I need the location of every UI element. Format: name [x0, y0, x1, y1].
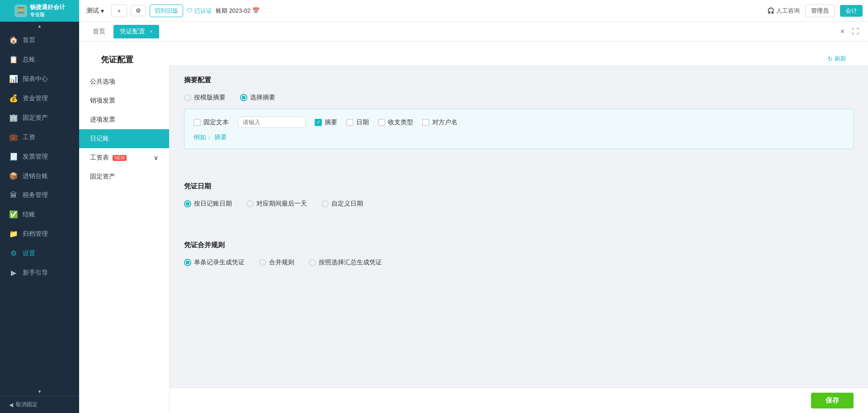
right-panel: 摘要配置 按模版摘要 选择摘要	[170, 65, 868, 388]
sidebar-item-settings[interactable]: ⚙ 设置	[0, 244, 79, 263]
settings-icon-btn[interactable]: ⚙	[131, 5, 146, 16]
period-value: 2023-02	[229, 7, 251, 14]
calendar-icon[interactable]: 📅	[252, 7, 259, 14]
home-icon: 🏠	[9, 36, 18, 44]
section-title-merge: 凭证合并规则	[184, 241, 854, 249]
nav-item-public[interactable]: 公共选项	[79, 72, 169, 91]
bottom-bar: 保存	[170, 388, 868, 413]
checkbox-income-type[interactable]: 收支类型	[378, 118, 413, 127]
close-tab-btn[interactable]: ×	[839, 26, 846, 38]
sidebar-label-assets: 固定资产	[23, 114, 48, 122]
sidebar-item-guide[interactable]: ▶ 新手引导	[0, 263, 79, 282]
sidebar-item-invoice[interactable]: 🧾 发票管理	[0, 147, 79, 166]
cancel-fixed-btn[interactable]: ◀ 取消固定	[0, 396, 79, 413]
checkbox-row: 固定文本 摘要 日期	[193, 117, 844, 128]
sidebar-item-archive[interactable]: 📁 归档管理	[0, 224, 79, 244]
ledger-icon: 📋	[9, 55, 18, 64]
sidebar-label-report: 报表中心	[23, 75, 48, 83]
logo-text: 畅捷通好会计	[30, 3, 65, 11]
payroll-icon: 💼	[9, 133, 18, 141]
tab-bar: 首页 凭证配置 × × ⛶	[79, 22, 868, 42]
chevron-down-icon: ∨	[154, 154, 158, 161]
checkbox-box-income	[378, 119, 385, 126]
sidebar-item-payroll[interactable]: 💼 工资	[0, 127, 79, 147]
period-label: 账期	[216, 7, 227, 14]
save-button[interactable]: 保存	[811, 393, 854, 408]
project-name: 测试	[86, 7, 99, 15]
tab-close-btn[interactable]: ×	[150, 28, 153, 35]
page-title: 凭证配置	[101, 54, 133, 65]
checkbox-fixed-text[interactable]: 固定文本	[193, 118, 229, 127]
nav-item-sales[interactable]: 销项发票	[79, 91, 169, 110]
radio-custom-date[interactable]: 自定义日期	[321, 200, 363, 208]
radio-by-selection[interactable]: 按照选择汇总生成凭证	[309, 258, 382, 267]
radio-circle-template	[184, 94, 191, 101]
tab-home[interactable]: 首页	[86, 25, 112, 38]
counterpart-label: 对方户名	[432, 118, 458, 127]
verified-label: 已认证	[194, 7, 212, 15]
radio-circle-journal	[184, 200, 191, 207]
service-btn[interactable]: 🎧 人工咨询	[767, 7, 800, 15]
sidebar-scroll-up[interactable]: ▲	[0, 22, 79, 30]
fixed-text-input[interactable]	[238, 117, 306, 128]
project-selector[interactable]: 测试 ▾	[83, 7, 108, 15]
checkbox-counterpart[interactable]: 对方户名	[422, 118, 458, 127]
sidebar-item-closing[interactable]: ✅ 结账	[0, 205, 79, 224]
role-btn[interactable]: 会计	[840, 5, 863, 17]
sidebar-item-assets[interactable]: 🏢 固定资产	[0, 108, 79, 127]
sidebar-item-home[interactable]: 🏠 首页	[0, 30, 79, 50]
main-layout: ▲ 🏠 首页 📋 总账 📊 报表中心 💰 资金管理 🏢 固定资产	[0, 22, 868, 413]
radio-selection-label: 按照选择汇总生成凭证	[319, 258, 382, 267]
period-info: 账期 2023-02 📅	[216, 7, 259, 15]
income-type-label: 收支类型	[388, 118, 413, 127]
report-icon: 📊	[9, 75, 18, 83]
radio-select[interactable]: 选择摘要	[240, 94, 275, 102]
date-radio-group: 按日记账日期 对应期间最后一天 自定义日期	[184, 200, 854, 208]
sidebar-item-report[interactable]: 📊 报表中心	[0, 69, 79, 89]
logo-area: 🧮 畅捷通好会计 专业版	[0, 0, 79, 22]
sidebar-item-trade[interactable]: 📦 进销台账	[0, 166, 79, 186]
radio-merge-rule[interactable]: 合并规则	[259, 258, 294, 267]
headset-icon: 🎧	[767, 7, 774, 14]
radio-circle-merge	[259, 259, 266, 266]
radio-last-day-label: 对应期间最后一天	[256, 200, 307, 208]
radio-single-label: 单条记录生成凭证	[194, 258, 245, 267]
left-nav: 公共选项 销项发票 进项发票 日记账 工资表 NEW ∨	[79, 65, 170, 413]
merge-radio-group: 单条记录生成凭证 合并规则 按照选择汇总生成凭证	[184, 258, 854, 267]
radio-last-day[interactable]: 对应期间最后一天	[246, 200, 307, 208]
top-header: 🧮 畅捷通好会计 专业版 测试 ▾ ＋ ⚙ 切到旧版 🛡 已认证 账期 2023…	[0, 0, 868, 22]
nav-item-purchase[interactable]: 进项发票	[79, 110, 169, 129]
add-button[interactable]: ＋	[111, 5, 127, 17]
fullscreen-btn[interactable]: ⛶	[850, 26, 861, 38]
nav-item-payroll[interactable]: 工资表 NEW ∨	[79, 148, 169, 167]
settings-icon: ⚙	[9, 249, 18, 258]
sidebar-label-archive: 归档管理	[23, 230, 48, 238]
sidebar-item-capital[interactable]: 💰 资金管理	[0, 89, 79, 108]
user-btn[interactable]: 管理员	[805, 5, 835, 17]
sidebar-label-home: 首页	[23, 36, 35, 44]
date-label: 日期	[356, 118, 369, 127]
old-version-btn[interactable]: 切到旧版	[150, 5, 183, 17]
section-summary: 摘要配置 按模版摘要 选择摘要	[184, 76, 854, 168]
sidebar-label-invoice: 发票管理	[23, 153, 48, 161]
checkbox-summary[interactable]: 摘要	[315, 118, 337, 127]
tab-active-label: 凭证配置	[120, 28, 145, 35]
checkbox-date[interactable]: 日期	[346, 118, 369, 127]
nav-item-journal[interactable]: 日记账	[79, 129, 169, 148]
sidebar-scroll-down[interactable]: ▼	[0, 387, 79, 396]
sidebar-label-settings: 设置	[23, 249, 35, 258]
nav-label-journal: 日记账	[90, 135, 109, 142]
radio-template[interactable]: 按模版摘要	[184, 94, 226, 102]
sidebar-item-ledger[interactable]: 📋 总账	[0, 50, 79, 69]
radio-journal-label: 按日记账日期	[194, 200, 232, 208]
radio-select-label: 选择摘要	[250, 94, 275, 102]
nav-item-assets[interactable]: 固定资产	[79, 167, 169, 186]
radio-journal-date[interactable]: 按日记账日期	[184, 200, 232, 208]
pin-icon: ◀	[9, 402, 13, 408]
shield-icon: 🛡	[187, 7, 193, 14]
radio-single[interactable]: 单条记录生成凭证	[184, 258, 245, 267]
service-label: 人工咨询	[776, 7, 800, 15]
refresh-btn[interactable]: ↻ 刷新	[828, 55, 846, 63]
sidebar-item-tax[interactable]: 🏛 税务管理	[0, 186, 79, 205]
tab-voucher-config[interactable]: 凭证配置 ×	[113, 25, 159, 38]
